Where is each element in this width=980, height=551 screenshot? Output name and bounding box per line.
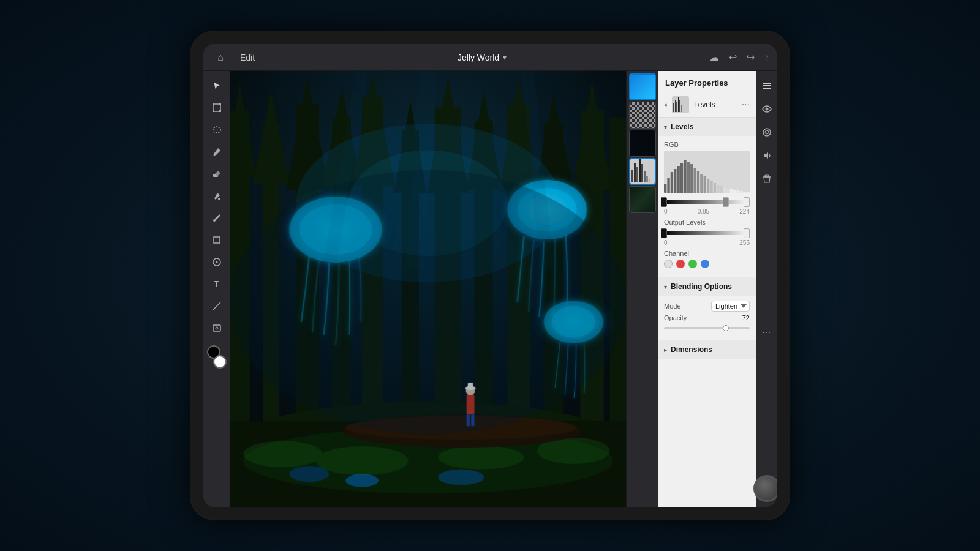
background-color[interactable] xyxy=(213,355,227,369)
channel-all[interactable] xyxy=(664,260,673,268)
layer-thumb-preview xyxy=(672,96,689,113)
svg-rect-86 xyxy=(717,185,719,193)
svg-rect-2 xyxy=(219,103,221,105)
shape-tool[interactable] xyxy=(207,230,227,250)
layers-column xyxy=(626,71,658,507)
svg-rect-77 xyxy=(687,162,690,193)
blending-section-title: Blending Options xyxy=(671,282,732,291)
levels-white-value: 224 xyxy=(739,208,750,215)
channel-green[interactable] xyxy=(688,260,697,268)
layer-thumb-3[interactable] xyxy=(629,130,656,157)
channel-blue[interactable] xyxy=(701,260,709,268)
home-button[interactable]: ⌂ xyxy=(211,48,230,67)
audio-button[interactable] xyxy=(757,146,777,165)
mode-select[interactable]: Lighten xyxy=(711,301,750,312)
redo-button[interactable]: ↪ xyxy=(747,51,755,63)
layer-thumb-4[interactable] xyxy=(629,158,656,185)
layer-thumb-5[interactable] xyxy=(629,186,656,213)
svg-rect-90 xyxy=(730,189,733,193)
visibility-button[interactable] xyxy=(757,99,777,119)
svg-point-6 xyxy=(213,154,215,156)
photo-tool[interactable] xyxy=(207,318,227,338)
svg-point-9 xyxy=(213,219,216,222)
far-right-strip: ··· xyxy=(756,71,777,507)
svg-rect-79 xyxy=(693,168,696,193)
layer-more-button[interactable]: ··· xyxy=(742,99,750,110)
blending-section-header[interactable]: ▾ Blending Options xyxy=(658,277,756,296)
line-tool[interactable] xyxy=(207,296,227,316)
channel-red[interactable] xyxy=(676,260,685,268)
eraser-tool[interactable] xyxy=(207,164,227,184)
levels-section-title: Levels xyxy=(671,122,693,131)
levels-slider-labels: 0 0.85 224 xyxy=(664,208,750,215)
blending-options-section: ▾ Blending Options Mode Lighten xyxy=(658,277,756,340)
svg-rect-91 xyxy=(733,190,736,193)
output-max-label: 255 xyxy=(739,239,750,246)
app-screen: ⌂ Edit Jelly World ▾ ☁ ↩ ↪ ↑ xyxy=(203,44,777,507)
opacity-label: Opacity xyxy=(664,314,687,321)
output-black-slider[interactable] xyxy=(661,228,667,238)
levels-black-value: 0 xyxy=(664,208,668,215)
delete-button[interactable] xyxy=(757,169,777,189)
rgb-label: RGB xyxy=(664,141,750,148)
lasso-tool[interactable] xyxy=(207,120,227,140)
levels-mid-slider[interactable] xyxy=(723,197,729,207)
levels-white-slider[interactable] xyxy=(744,197,750,207)
svg-rect-14 xyxy=(213,325,221,331)
opacity-slider-row[interactable] xyxy=(664,324,750,332)
svg-rect-93 xyxy=(740,191,742,193)
opacity-value: 72 xyxy=(742,314,750,321)
mode-label: Mode xyxy=(664,302,681,310)
paint-bucket-tool[interactable] xyxy=(207,186,227,206)
output-levels-slider-row[interactable] xyxy=(664,228,750,238)
panel-empty-area xyxy=(658,359,756,507)
channel-dots xyxy=(664,260,750,268)
output-levels-labels: 0 255 xyxy=(664,239,750,246)
levels-black-slider[interactable] xyxy=(661,197,667,207)
svg-rect-95 xyxy=(747,192,749,193)
more-options-button[interactable]: ··· xyxy=(757,322,777,342)
canvas-area[interactable] xyxy=(230,71,626,507)
compass-tool[interactable] xyxy=(207,252,227,272)
layer-collapse-icon[interactable]: ◂ xyxy=(664,102,667,108)
svg-rect-96 xyxy=(763,83,771,84)
share-button[interactable]: ↑ xyxy=(764,52,769,63)
mode-row: Mode Lighten xyxy=(664,301,750,312)
opacity-row: Opacity 72 xyxy=(664,314,750,321)
select-tool[interactable] xyxy=(207,76,227,96)
edit-label: Edit xyxy=(240,53,255,62)
panel-title: Layer Properties xyxy=(665,78,728,88)
scroll-wheel[interactable] xyxy=(753,475,777,502)
undo-button[interactable]: ↩ xyxy=(729,51,737,63)
svg-rect-70 xyxy=(664,184,666,193)
svg-rect-71 xyxy=(667,178,669,193)
canvas-image xyxy=(230,71,626,507)
eyedropper-tool[interactable] xyxy=(207,208,227,228)
transform-tool[interactable] xyxy=(207,98,227,118)
levels-slider-row[interactable] xyxy=(664,197,750,207)
output-white-slider[interactable] xyxy=(744,228,750,238)
layer-thumb-2[interactable] xyxy=(629,102,656,129)
blending-section-body: Mode Lighten Opacity 72 xyxy=(658,296,756,340)
blending-collapse-icon: ▾ xyxy=(664,283,667,290)
svg-rect-73 xyxy=(674,169,676,193)
svg-point-100 xyxy=(763,129,771,136)
project-title-arrow[interactable]: ▾ xyxy=(503,53,507,62)
svg-rect-75 xyxy=(680,163,683,193)
svg-rect-80 xyxy=(697,171,699,193)
brush-tool[interactable] xyxy=(207,142,227,162)
svg-point-101 xyxy=(765,130,769,134)
layers-button[interactable] xyxy=(757,76,777,96)
layer-thumb-1[interactable] xyxy=(629,73,656,100)
svg-rect-81 xyxy=(700,174,703,193)
cloud-icon[interactable]: ☁ xyxy=(709,51,719,63)
project-title: Jelly World xyxy=(458,53,499,62)
dimensions-section-header[interactable]: ▸ Dimensions xyxy=(658,340,756,359)
levels-histogram xyxy=(664,151,750,193)
svg-rect-3 xyxy=(213,110,214,112)
adjustments-button[interactable] xyxy=(757,122,777,142)
levels-section-header[interactable]: ▾ Levels xyxy=(658,118,756,136)
opacity-slider-thumb[interactable] xyxy=(723,325,729,331)
dimensions-section: ▸ Dimensions xyxy=(658,340,756,359)
text-tool[interactable]: T xyxy=(207,274,227,294)
